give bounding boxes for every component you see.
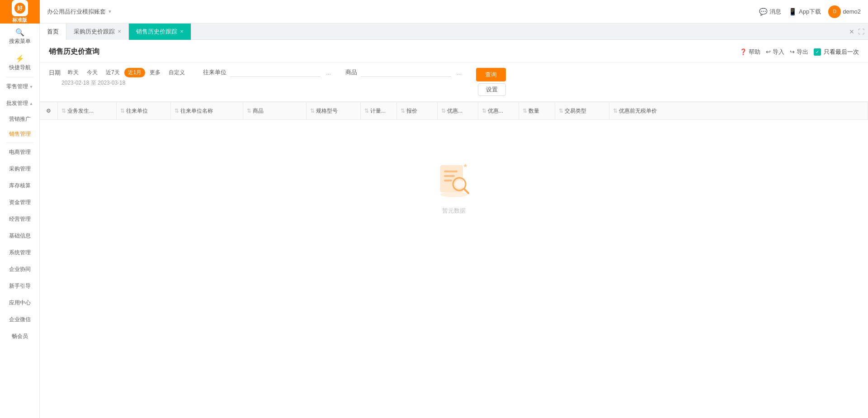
message-icon: 💬: [759, 8, 768, 16]
date-option-7days[interactable]: 近7天: [102, 68, 123, 77]
tab-home[interactable]: 首页: [40, 24, 66, 40]
app-download-btn[interactable]: 📱 App下载: [788, 8, 821, 16]
sidebar-item-sys-mgmt[interactable]: 系统管理: [0, 244, 40, 261]
close-icon[interactable]: ✕: [118, 29, 121, 34]
sort-icon: ⇅: [523, 108, 527, 114]
tab-purchase-history[interactable]: 采购历史价跟踪 ✕: [66, 24, 129, 40]
date-options: 昨天 今天 近7天 近1月 更多 自定义: [64, 68, 189, 77]
logo-icon: 好: [14, 2, 26, 14]
svg-rect-4: [444, 171, 458, 172]
th-business-date[interactable]: ⇅ 业务发生...: [58, 102, 117, 119]
avatar: D: [828, 5, 841, 18]
sidebar-item-finance[interactable]: 资金管理: [0, 194, 40, 211]
sidebar-item-search-menu[interactable]: 🔍 搜索菜单: [0, 24, 40, 50]
sidebar-item-sales-mgmt[interactable]: 销售管理: [5, 127, 35, 142]
close-icon[interactable]: ✕: [180, 29, 184, 34]
divider2: [6, 142, 33, 143]
only-last-checkbox-wrapper[interactable]: ✓ 只看最后一次: [814, 48, 859, 56]
page-title: 销售历史价查询: [49, 47, 99, 57]
th-partner-name[interactable]: ⇅ 往来单位名称: [171, 102, 243, 119]
settings-button[interactable]: 设置: [478, 83, 506, 96]
chevron-down-icon: ▼: [29, 85, 33, 89]
account-dropdown[interactable]: 办公用品行业模拟账套 ▼: [47, 8, 112, 16]
product-search-icon[interactable]: ...: [457, 69, 462, 76]
date-option-custom[interactable]: 自定义: [165, 68, 189, 77]
page-content: 销售历史价查询 ❓ 帮助 ↩ 导入 ↪ 导出 ✓ 只: [40, 40, 868, 418]
sidebar-item-inventory[interactable]: 库存核算: [0, 177, 40, 194]
sidebar-item-wholesale-mgmt[interactable]: 批发管理 ▲: [0, 95, 40, 112]
th-discount1[interactable]: ⇅ 优惠...: [438, 102, 478, 119]
export-btn[interactable]: ↪ 导出: [790, 48, 808, 56]
sort-icon: ⇅: [310, 108, 315, 114]
date-option-1month[interactable]: 近1月: [124, 68, 146, 77]
sort-icon: ⇅: [61, 108, 66, 114]
checkbox-icon: ✓: [814, 48, 821, 56]
sidebar-item-app-center[interactable]: 应用中心: [0, 294, 40, 311]
th-product[interactable]: ⇅ 商品: [243, 102, 307, 119]
sidebar-item-business-mgmt[interactable]: 经营管理: [0, 211, 40, 228]
tab-purchase-label: 采购历史价跟踪: [74, 28, 115, 36]
sidebar-item-ecommerce[interactable]: 电商管理: [0, 144, 40, 161]
svg-text:★: ★: [463, 162, 468, 169]
close-all-btn[interactable]: ✕: [849, 28, 854, 35]
date-option-yesterday[interactable]: 昨天: [64, 68, 82, 77]
chevron-up-icon: ▲: [29, 101, 33, 106]
th-qty[interactable]: ⇅ 数量: [519, 102, 555, 119]
sidebar-item-wechat[interactable]: 企业微信: [0, 311, 40, 328]
tabbar: 首页 采购历史价跟踪 ✕ 销售历史价跟踪 ✕ ✕ ⛶: [40, 24, 868, 40]
sidebar-item-retail-mgmt[interactable]: 零售管理 ▼: [0, 78, 40, 95]
checkmark-icon: ✓: [816, 49, 819, 54]
th-trade-type[interactable]: ⇅ 交易类型: [555, 102, 609, 119]
tab-home-label: 首页: [47, 28, 59, 36]
sidebar-item-marketing[interactable]: 营销推广: [5, 112, 35, 127]
empty-text: 暂元数据: [442, 207, 466, 215]
partner-input[interactable]: [230, 68, 321, 77]
maximize-btn[interactable]: ⛶: [858, 28, 864, 35]
user-menu[interactable]: D demo2: [828, 5, 861, 18]
date-option-today[interactable]: 今天: [83, 68, 101, 77]
sort-icon: ⇅: [401, 108, 405, 114]
th-price[interactable]: ⇅ 报价: [397, 102, 438, 119]
export-icon: ↪: [790, 48, 795, 55]
divider: [6, 77, 33, 77]
topbar-left: 办公用品行业模拟账套 ▼: [47, 8, 112, 16]
th-unit[interactable]: ⇅ 计量...: [361, 102, 397, 119]
th-pretax-price[interactable]: ⇅ 优惠前无税单价: [609, 102, 868, 119]
sidebar-item-enterprise[interactable]: 企业协同: [0, 261, 40, 278]
topbar-right: 💬 消息 📱 App下载 D demo2: [759, 5, 861, 18]
sort-icon: ⇅: [364, 108, 369, 114]
help-btn[interactable]: ❓ 帮助: [740, 48, 760, 56]
action-buttons: 查询 设置: [476, 68, 506, 96]
th-partner-code[interactable]: ⇅ 往来单位: [117, 102, 171, 119]
filter-bar: 日期 昨天 今天 近7天 近1月 更多 自定义 2023-02-18 至 202…: [40, 62, 868, 102]
th-spec[interactable]: ⇅ 规格型号: [307, 102, 361, 119]
sidebar-item-member[interactable]: 畅会员: [0, 328, 40, 345]
message-btn[interactable]: 💬 消息: [759, 8, 781, 16]
sidebar-item-quick-nav[interactable]: ⚡ 快捷导航: [0, 50, 40, 76]
product-input[interactable]: [361, 68, 451, 77]
product-label: 商品: [345, 68, 357, 76]
chevron-down-icon: ▼: [108, 9, 112, 14]
sidebar-item-newbie[interactable]: 新手引导: [0, 278, 40, 294]
tab-sales-history[interactable]: 销售历史价跟踪 ✕: [129, 24, 191, 40]
partner-label: 往来单位: [203, 68, 226, 76]
date-range: 2023-02-18 至 2023-03-18: [61, 80, 125, 86]
svg-point-8: [455, 180, 463, 188]
date-option-more[interactable]: 更多: [146, 68, 164, 77]
th-settings[interactable]: ⚙: [40, 102, 58, 119]
sidebar-item-purchase-mgmt[interactable]: 采购管理: [0, 161, 40, 177]
app-name: 标准版: [12, 17, 27, 23]
th-discount2[interactable]: ⇅ 优惠...: [478, 102, 519, 119]
username: demo2: [843, 8, 861, 15]
svg-text:好: 好: [17, 5, 23, 11]
help-icon: ❓: [740, 48, 747, 55]
partner-search-icon[interactable]: ...: [326, 69, 331, 76]
account-name: 办公用品行业模拟账套: [47, 8, 106, 16]
product-filter-group: 商品 ...: [345, 68, 462, 77]
svg-line-9: [464, 189, 468, 193]
query-button[interactable]: 查询: [476, 68, 506, 81]
sidebar-item-basic-info[interactable]: 基础信息: [0, 228, 40, 244]
sort-icon: ⇅: [482, 108, 486, 114]
import-btn[interactable]: ↩ 导入: [766, 48, 784, 56]
sort-icon: ⇅: [247, 108, 251, 114]
